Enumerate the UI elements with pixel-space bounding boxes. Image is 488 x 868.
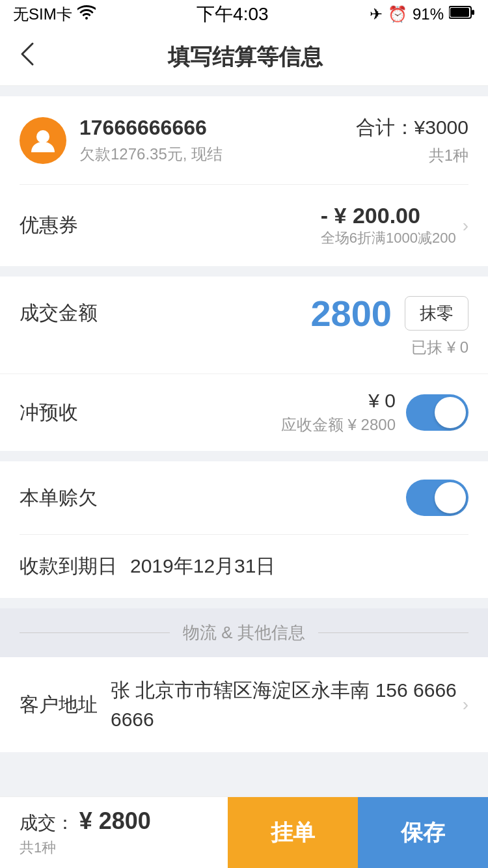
customer-row: 17666666666 欠款1276.35元, 现结 合计：¥3000 共1种 <box>0 96 488 184</box>
battery-level: 91% <box>413 5 444 23</box>
coupon-amount: - ¥ 200.00 <box>321 203 456 228</box>
battery-icon <box>449 5 475 23</box>
prepaid-label: 冲预收 <box>20 400 78 426</box>
amount-label: 成交金额 <box>20 300 98 327</box>
prepaid-amount-group: ¥ 0 应收金额 ¥ 2800 <box>281 390 396 435</box>
alarm-icon: ⏰ <box>388 5 407 23</box>
avatar <box>20 117 66 164</box>
bottom-summary: 成交： ¥ 2800 共1种 <box>0 807 228 858</box>
gray-separator-1 <box>0 266 488 277</box>
address-chevron-icon: › <box>463 694 468 715</box>
address-card: 客户地址 张 北京市市辖区海淀区永丰南 156 6666 6666 › <box>0 657 488 752</box>
prepaid-section: 冲预收 ¥ 0 应收金额 ¥ 2800 <box>0 373 488 451</box>
location-arrow-icon: ✈ <box>370 5 383 23</box>
credit-row: 本单赊欠 <box>0 461 488 534</box>
prepaid-right: ¥ 0 应收金额 ¥ 2800 <box>281 390 468 435</box>
customer-phone: 17666666666 <box>79 116 356 140</box>
due-date-value: 2019年12月31日 <box>130 553 275 580</box>
status-bar: 无SIM卡 下午4:03 ✈ ⏰ 91% <box>0 0 488 29</box>
prepaid-sub: 应收金额 ¥ 2800 <box>281 414 396 435</box>
back-button[interactable] <box>20 41 48 73</box>
svg-rect-1 <box>450 8 469 17</box>
gray-separator-2 <box>0 451 488 461</box>
prepaid-toggle[interactable] <box>406 394 468 431</box>
due-date-row: 收款到期日 2019年12月31日 <box>0 535 488 598</box>
gray-separator-3 <box>0 598 488 608</box>
save-button[interactable]: 保存 <box>358 797 488 869</box>
bottom-deal-amount: ¥ 2800 <box>79 807 151 834</box>
prepaid-row: 冲预收 ¥ 0 应收金额 ¥ 2800 <box>20 390 468 435</box>
bottom-deal-label: 成交： ¥ 2800 <box>20 807 208 835</box>
credit-card: 本单赊欠 收款到期日 2019年12月31日 <box>0 461 488 598</box>
customer-total: 合计：¥3000 共1种 <box>356 115 468 166</box>
nav-bar: 填写结算等信息 <box>0 29 488 86</box>
svg-rect-2 <box>472 10 474 15</box>
coupon-row[interactable]: 优惠券 - ¥ 200.00 全场6折满1000减200 › <box>0 185 488 266</box>
status-left: 无SIM卡 <box>13 4 96 25</box>
hold-button[interactable]: 挂单 <box>228 797 358 869</box>
credit-toggle[interactable] <box>406 480 468 516</box>
customer-info-card: 17666666666 欠款1276.35元, 现结 合计：¥3000 共1种 … <box>0 96 488 266</box>
amount-section: 成交金额 2800 抹零 已抹 ¥ 0 <box>0 277 488 373</box>
round-button[interactable]: 抹零 <box>405 296 468 331</box>
chevron-right-icon: › <box>463 215 468 236</box>
address-label: 客户地址 <box>20 692 98 718</box>
address-value: 张 北京市市辖区海淀区永丰南 156 6666 6666 <box>111 675 463 734</box>
credit-toggle-knob <box>435 482 466 513</box>
wifi-icon <box>77 5 96 23</box>
coupon-right: - ¥ 200.00 全场6折满1000减200 › <box>321 203 468 248</box>
section-divider-text: 物流 & 其他信息 <box>183 621 305 644</box>
customer-details: 17666666666 欠款1276.35元, 现结 <box>79 116 356 165</box>
section-divider: 物流 & 其他信息 <box>0 608 488 657</box>
amount-sub: 已抹 ¥ 0 <box>20 337 468 358</box>
page-title: 填写结算等信息 <box>48 42 442 72</box>
credit-label: 本单赊欠 <box>20 485 98 511</box>
bottom-count: 共1种 <box>20 838 208 858</box>
total-count: 共1种 <box>356 145 468 166</box>
amount-value: 2800 <box>310 292 392 334</box>
coupon-desc: 全场6折满1000减200 <box>321 228 456 248</box>
address-row[interactable]: 客户地址 张 北京市市辖区海淀区永丰南 156 6666 6666 › <box>0 657 488 752</box>
svg-point-3 <box>36 130 49 143</box>
due-date-label: 收款到期日 <box>20 553 117 580</box>
divider-line-left <box>20 632 170 633</box>
customer-note: 欠款1276.35元, 现结 <box>79 144 356 165</box>
transaction-card: 成交金额 2800 抹零 已抹 ¥ 0 冲预收 ¥ 0 应收金额 ¥ 2800 <box>0 277 488 451</box>
amount-row: 成交金额 2800 抹零 <box>20 292 468 334</box>
prepaid-value: ¥ 0 <box>281 390 396 412</box>
coupon-label: 优惠券 <box>20 212 78 239</box>
sim-status: 无SIM卡 <box>13 4 72 25</box>
toggle-knob <box>435 397 466 428</box>
divider-line-right <box>318 632 468 633</box>
amount-value-group: 2800 抹零 <box>310 292 468 334</box>
bottom-bar: 成交： ¥ 2800 共1种 挂单 保存 <box>0 796 488 868</box>
status-right: ✈ ⏰ 91% <box>370 5 475 23</box>
total-amount: 合计：¥3000 <box>356 115 468 141</box>
status-time: 下午4:03 <box>197 2 269 27</box>
